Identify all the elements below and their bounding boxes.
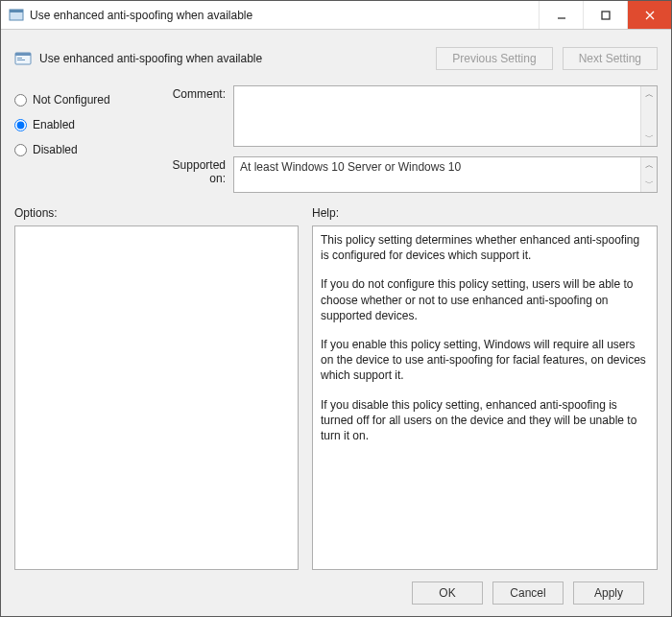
next-setting-button[interactable]: Next Setting — [563, 47, 658, 70]
comment-scrollbar[interactable]: ︿ ﹀ — [640, 86, 657, 146]
svg-rect-2 — [602, 12, 610, 19]
svg-rect-5 — [17, 58, 22, 59]
svg-rect-6 — [17, 59, 25, 60]
supported-on-value: At least Windows 10 Server or Windows 10 — [234, 157, 640, 192]
policy-icon — [14, 50, 32, 67]
options-panel — [14, 225, 299, 570]
radio-not-configured[interactable]: Not Configured — [14, 87, 154, 112]
options-heading: Options: — [14, 206, 312, 220]
chevron-up-icon[interactable]: ︿ — [641, 157, 657, 174]
help-text: If you enable this policy setting, Windo… — [321, 337, 649, 384]
radio-disabled[interactable]: Disabled — [14, 137, 154, 162]
app-icon — [9, 8, 24, 23]
maximize-button[interactable] — [583, 1, 627, 29]
cancel-button[interactable]: Cancel — [492, 581, 564, 605]
chevron-down-icon[interactable]: ﹀ — [641, 176, 657, 192]
radio-not-configured-input[interactable] — [14, 94, 27, 107]
svg-rect-1 — [10, 10, 23, 12]
comment-textarea[interactable] — [234, 86, 640, 146]
comment-label: Comment: — [154, 85, 233, 101]
radio-not-configured-label: Not Configured — [33, 93, 110, 107]
previous-setting-button[interactable]: Previous Setting — [436, 47, 552, 70]
supported-scrollbar[interactable]: ︿ ﹀ — [640, 157, 657, 192]
supported-on-label: Supported on: — [154, 156, 233, 185]
state-radiogroup: Not Configured Enabled Disabled — [14, 85, 154, 193]
minimize-button[interactable] — [539, 1, 583, 29]
titlebar: Use enhanced anti-spoofing when availabl… — [1, 1, 671, 30]
help-text: If you do not configure this policy sett… — [321, 276, 649, 323]
ok-button[interactable]: OK — [412, 581, 483, 605]
window-title: Use enhanced anti-spoofing when availabl… — [30, 9, 539, 22]
chevron-up-icon[interactable]: ︿ — [641, 86, 657, 103]
svg-rect-4 — [15, 53, 31, 56]
radio-enabled-input[interactable] — [14, 119, 27, 131]
dialog-footer: OK Cancel Apply — [14, 570, 658, 616]
apply-button[interactable]: Apply — [573, 581, 644, 605]
help-text: This policy setting determines whether e… — [321, 232, 649, 263]
help-text: If you disable this policy setting, enha… — [321, 397, 649, 444]
radio-enabled-label: Enabled — [33, 118, 75, 131]
radio-disabled-label: Disabled — [33, 143, 78, 156]
close-button[interactable] — [627, 1, 671, 29]
help-heading: Help: — [312, 206, 339, 220]
policy-editor-window: Use enhanced anti-spoofing when availabl… — [0, 0, 672, 617]
policy-name: Use enhanced anti-spoofing when availabl… — [39, 52, 436, 65]
radio-disabled-input[interactable] — [14, 144, 27, 156]
help-panel: This policy setting determines whether e… — [312, 225, 658, 570]
radio-enabled[interactable]: Enabled — [14, 112, 154, 137]
chevron-down-icon[interactable]: ﹀ — [641, 130, 657, 146]
